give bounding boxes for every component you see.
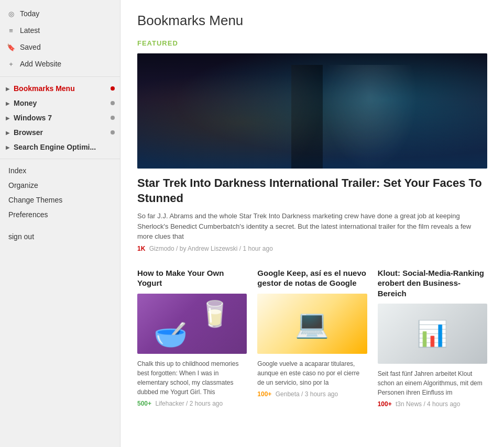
featured-title[interactable]: Star Trek Into Darkness International Tr… bbox=[137, 176, 487, 206]
sidebar-item-add-label: Add Website bbox=[20, 60, 114, 68]
sidebar-change-themes[interactable]: Change Themes bbox=[0, 193, 120, 207]
articles-grid: How to Make Your Own Yogurt Chalk this u… bbox=[137, 268, 487, 408]
article-meta: 100+ t3n News / 4 hours ago bbox=[378, 400, 487, 408]
article-card-klout: Klout: Social-Media-Ranking erobert den … bbox=[378, 268, 487, 408]
article-sep: / bbox=[301, 390, 305, 398]
sidebar-item-browser[interactable]: ▶ Browser bbox=[0, 125, 120, 140]
sidebar-item-saved-label: Saved bbox=[20, 43, 114, 51]
sidebar-item-latest-label: Latest bbox=[20, 26, 114, 35]
saved-icon: 🔖 bbox=[6, 42, 16, 52]
article-title[interactable]: Klout: Social-Media-Ranking erobert den … bbox=[378, 268, 487, 299]
featured-image bbox=[137, 53, 487, 169]
featured-time: 1 hour ago bbox=[243, 245, 272, 252]
dot bbox=[111, 116, 115, 120]
sidebar-item-today[interactable]: ◎ Today bbox=[0, 5, 120, 22]
sidebar-divider-2 bbox=[0, 159, 120, 159]
featured-desc: So far J.J. Abrams and the whole Star Tr… bbox=[137, 211, 487, 242]
sidebar-item-add-website[interactable]: + Add Website bbox=[0, 55, 120, 72]
sidebar-item-bookmarks-menu[interactable]: ▶ Bookmarks Menu bbox=[0, 81, 120, 96]
sidebar-index[interactable]: Index bbox=[0, 163, 120, 178]
article-desc: Chalk this up to childhood memories best… bbox=[137, 359, 247, 397]
article-thumbnail bbox=[257, 294, 367, 354]
add-icon: + bbox=[6, 59, 16, 69]
article-sep: / bbox=[186, 400, 190, 407]
article-thumbnail bbox=[378, 304, 487, 364]
article-source: Lifehacker bbox=[155, 400, 184, 407]
sidebar-item-latest[interactable]: ≡ Latest bbox=[0, 22, 120, 39]
article-card-yogurt: How to Make Your Own Yogurt Chalk this u… bbox=[137, 268, 247, 408]
sidebar-item-seo[interactable]: ▶ Search Engine Optimi... bbox=[0, 140, 120, 154]
dot bbox=[111, 101, 115, 105]
latest-icon: ≡ bbox=[6, 26, 16, 35]
article-source: Genbeta bbox=[276, 390, 300, 398]
sidebar-item-money[interactable]: ▶ Money bbox=[0, 96, 120, 110]
bm-label: Browser bbox=[14, 128, 108, 137]
chevron-icon: ▶ bbox=[4, 129, 12, 136]
article-count: 100+ bbox=[257, 390, 271, 398]
bm-label: Search Engine Optimi... bbox=[14, 143, 115, 151]
article-card-google-keep: Google Keep, así es el nuevo gestor de n… bbox=[257, 268, 367, 408]
article-time: 3 hours ago bbox=[305, 390, 338, 398]
sidebar-signout[interactable]: sign out bbox=[0, 222, 120, 244]
article-thumbnail bbox=[137, 294, 247, 354]
article-desc: Seit fast fünf Jahren arbeitet Klout sch… bbox=[378, 369, 487, 397]
chevron-icon: ▶ bbox=[4, 143, 12, 151]
featured-by: / bbox=[176, 245, 180, 252]
article-meta: 100+ Genbeta / 3 hours ago bbox=[257, 390, 367, 398]
article-desc: Google vuelve a acaparar titulares, aunq… bbox=[257, 359, 367, 387]
chevron-icon: ▶ bbox=[4, 99, 12, 107]
active-dot bbox=[111, 86, 115, 91]
article-count: 500+ bbox=[137, 400, 151, 407]
article-meta: 500+ Lifehacker / 2 hours ago bbox=[137, 400, 247, 407]
sidebar-item-saved[interactable]: 🔖 Saved bbox=[0, 39, 120, 55]
today-icon: ◎ bbox=[6, 9, 16, 18]
sidebar-bookmarks: ▶ Bookmarks Menu ▶ Money ▶ Windows 7 ▶ B… bbox=[0, 81, 120, 154]
sidebar-divider-1 bbox=[0, 76, 120, 77]
article-title[interactable]: How to Make Your Own Yogurt bbox=[137, 268, 247, 288]
dot bbox=[111, 130, 115, 135]
article-title[interactable]: Google Keep, así es el nuevo gestor de n… bbox=[257, 268, 367, 288]
chevron-icon: ▶ bbox=[4, 85, 12, 92]
article-time: 2 hours ago bbox=[190, 400, 223, 407]
bm-label: Bookmarks Menu bbox=[14, 84, 108, 93]
article-time: 4 hours ago bbox=[427, 400, 460, 408]
featured-label: FEATURED bbox=[137, 39, 487, 47]
article-count: 100+ bbox=[378, 400, 392, 408]
sidebar-organize[interactable]: Organize bbox=[0, 178, 120, 193]
sidebar-nav: ◎ Today ≡ Latest 🔖 Saved + Add Website bbox=[0, 5, 120, 72]
featured-source: Gizmodo bbox=[149, 245, 174, 252]
article-source: t3n News bbox=[396, 400, 422, 408]
main-content: Bookmarks Menu FEATURED Star Trek Into D… bbox=[120, 0, 504, 447]
bm-label: Money bbox=[14, 99, 108, 107]
featured-meta: 1K Gizmodo / by Andrew Liszewski / 1 hou… bbox=[137, 245, 487, 252]
sidebar-preferences[interactable]: Preferences bbox=[0, 207, 120, 222]
chevron-icon: ▶ bbox=[4, 114, 12, 121]
sidebar-item-windows7[interactable]: ▶ Windows 7 bbox=[0, 110, 120, 125]
sidebar-item-today-label: Today bbox=[20, 9, 114, 18]
sidebar-utils: Index Organize Change Themes Preferences bbox=[0, 163, 120, 222]
featured-count: 1K bbox=[137, 245, 145, 252]
featured-byline: by Andrew Liszewski bbox=[180, 245, 238, 252]
sidebar: ◎ Today ≡ Latest 🔖 Saved + Add Website ▶… bbox=[0, 0, 120, 447]
page-title: Bookmarks Menu bbox=[137, 13, 487, 29]
bm-label: Windows 7 bbox=[14, 114, 108, 122]
